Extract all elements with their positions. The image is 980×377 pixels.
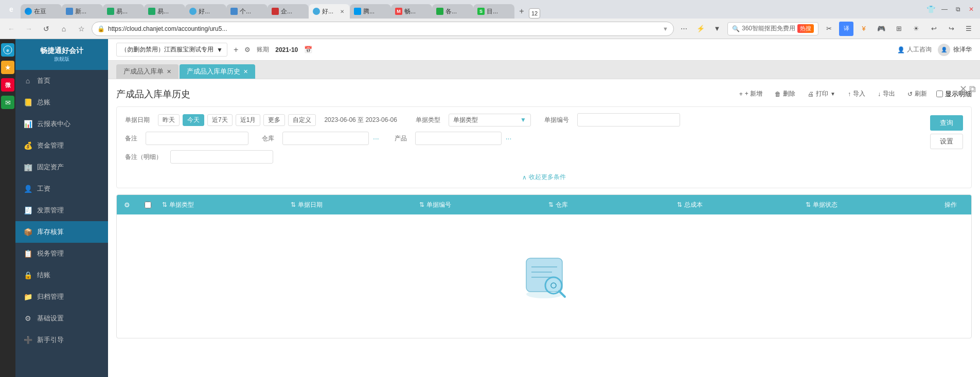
th-number[interactable]: ⇅ 单据编号: [415, 201, 544, 209]
product-filter-input[interactable]: [415, 132, 502, 145]
sidebar-weibo-icon[interactable]: 微: [1, 78, 14, 92]
yesterday-btn[interactable]: 昨天: [158, 114, 180, 126]
new-btn[interactable]: + + 新增: [736, 87, 765, 100]
nav-item-settings[interactable]: ⚙ 基础设置: [15, 308, 108, 329]
collapse-conditions-btn[interactable]: ∧ 收起更多条件: [522, 173, 566, 182]
bookmark-button[interactable]: ☆: [74, 22, 88, 36]
detail-remark-filter-input[interactable]: [170, 150, 273, 164]
import-btn[interactable]: ↑ 导入: [845, 87, 868, 100]
browser-tab[interactable]: 易...: [144, 4, 185, 19]
th-status[interactable]: ⇅ 单据状态: [801, 201, 930, 209]
dropdown-button[interactable]: ▼: [710, 22, 724, 36]
browser-tab[interactable]: 腾...: [350, 4, 391, 19]
browser-tab[interactable]: S 目...: [473, 4, 514, 19]
sidebar-mail-icon[interactable]: ✉: [1, 96, 14, 109]
address-bar[interactable]: 🔒 https://cloud.chanjet.com/accounting/u…: [92, 22, 674, 36]
page-tab-history[interactable]: 产成品入库单历史 ✕: [180, 64, 255, 79]
scissors-icon[interactable]: ✂: [822, 22, 836, 36]
nav-item-inventory[interactable]: 📦 库存核算: [15, 221, 108, 243]
browser-tab[interactable]: 易...: [103, 4, 144, 19]
undo-icon[interactable]: ↩: [926, 22, 941, 36]
company-selector[interactable]: （勿删勿禁用）江西服宝测试专用 ▼: [116, 43, 227, 57]
refresh-btn[interactable]: ↺ 刷新: [904, 87, 930, 100]
nav-item-close[interactable]: 🔒 结账: [15, 264, 108, 286]
more-date-btn[interactable]: 更多: [263, 114, 285, 126]
th-date[interactable]: ⇅ 单据日期: [287, 201, 415, 209]
nav-item-archive[interactable]: 📁 归档管理: [15, 286, 108, 308]
yuan-icon[interactable]: ¥: [857, 22, 871, 36]
tab-title: 好...: [199, 7, 222, 16]
forward-button[interactable]: →: [22, 22, 36, 36]
restore-button[interactable]: ⧉: [953, 5, 963, 14]
show-detail-checkbox[interactable]: [936, 91, 943, 97]
settings-topbar-icon[interactable]: ⚙: [244, 46, 251, 53]
close-button[interactable]: ✕: [967, 5, 976, 14]
add-company-btn[interactable]: +: [234, 45, 238, 55]
week-btn[interactable]: 近7天: [207, 114, 233, 126]
window-ctrl-shirt[interactable]: 👕: [925, 4, 936, 14]
browser-tab[interactable]: 个...: [226, 4, 268, 19]
select-all-checkbox[interactable]: [145, 202, 151, 208]
set-button[interactable]: 设置: [930, 134, 963, 149]
warehouse-more-icon[interactable]: ···: [371, 134, 381, 142]
page-tab-history-close[interactable]: ✕: [243, 68, 248, 75]
refresh-browser-button[interactable]: ↺: [39, 22, 54, 36]
sidebar-star-icon[interactable]: ★: [1, 61, 14, 74]
page-tab-list-close[interactable]: ✕: [167, 68, 171, 75]
new-tab-button[interactable]: +: [514, 4, 529, 19]
extensions-button[interactable]: ⋯: [677, 22, 691, 36]
grid-icon[interactable]: ⊞: [892, 22, 906, 36]
remark-filter-input[interactable]: [146, 132, 248, 145]
panel-expand-icon[interactable]: ⧉: [969, 84, 976, 95]
print-btn[interactable]: 🖨 打印 ▼: [805, 87, 839, 100]
browser-tab[interactable]: 各...: [432, 4, 473, 19]
th-type[interactable]: ⇅ 单据类型: [158, 201, 287, 209]
delete-btn[interactable]: 🗑 删除: [772, 87, 798, 100]
query-button[interactable]: 查询: [930, 115, 963, 131]
export-btn[interactable]: ↓ 导出: [875, 87, 898, 100]
search-box[interactable]: 🔍 360智能抠图免费用 热搜: [727, 22, 818, 35]
nav-item-tax[interactable]: 📋 税务管理: [15, 243, 108, 264]
redo-icon[interactable]: ↪: [944, 22, 958, 36]
nav-item-invoice[interactable]: 🧾 发票管理: [15, 200, 108, 221]
translate-btn[interactable]: 译: [839, 22, 853, 36]
sun-icon[interactable]: ☀: [909, 22, 923, 36]
th-warehouse[interactable]: ⇅ 仓库: [544, 201, 673, 209]
month-btn[interactable]: 近1月: [236, 114, 261, 126]
browser-tab[interactable]: 企...: [268, 4, 309, 19]
browser-tab[interactable]: 在豆: [21, 4, 62, 19]
nav-item-reports[interactable]: 📊 云报表中心: [15, 113, 108, 135]
address-dropdown[interactable]: ▼: [663, 26, 668, 32]
nav-item-assets[interactable]: 🏢 固定资产: [15, 156, 108, 178]
today-btn[interactable]: 今天: [183, 114, 204, 126]
warehouse-filter-input[interactable]: [282, 132, 369, 145]
tab-close-button[interactable]: ✕: [338, 8, 346, 15]
lightning-button[interactable]: ⚡: [693, 22, 708, 36]
browser-tab[interactable]: 新...: [62, 4, 103, 19]
product-more-icon[interactable]: ···: [504, 134, 514, 142]
custom-date-btn[interactable]: 自定义: [288, 114, 316, 126]
nav-item-finance[interactable]: 💰 资金管理: [15, 135, 108, 156]
calendar-icon[interactable]: 📅: [304, 46, 312, 53]
type-filter-select[interactable]: 单据类型 ▼: [449, 114, 531, 127]
user-service-btn[interactable]: 👤 人工咨询: [897, 45, 932, 54]
nav-item-home[interactable]: ⌂ 首页: [15, 70, 108, 92]
browser-tab[interactable]: M 畅...: [391, 4, 432, 19]
table-settings-icon[interactable]: ⚙: [117, 201, 137, 209]
home-browser-button[interactable]: ⌂: [57, 22, 71, 36]
minimize-button[interactable]: —: [940, 5, 949, 14]
th-cost[interactable]: ⇅ 总成本: [673, 201, 801, 209]
browser-tab[interactable]: 好...: [185, 4, 226, 19]
browser-tab-active[interactable]: 好... ✕: [309, 4, 350, 19]
menu-icon[interactable]: ☰: [961, 22, 976, 36]
game-icon[interactable]: 🎮: [874, 22, 888, 36]
table-select-all[interactable]: [137, 202, 158, 208]
page-tab-list[interactable]: 产成品入库单 ✕: [116, 64, 179, 79]
number-filter-input[interactable]: [577, 113, 680, 127]
sidebar-app-icon[interactable]: e: [1, 43, 14, 57]
nav-item-salary[interactable]: 👤 工资: [15, 178, 108, 200]
back-button[interactable]: ←: [4, 22, 19, 36]
panel-close-icon[interactable]: ✕: [959, 83, 967, 95]
nav-item-ledger[interactable]: 📒 总账: [15, 92, 108, 113]
nav-item-more[interactable]: ➕ 新手引导: [15, 329, 108, 351]
